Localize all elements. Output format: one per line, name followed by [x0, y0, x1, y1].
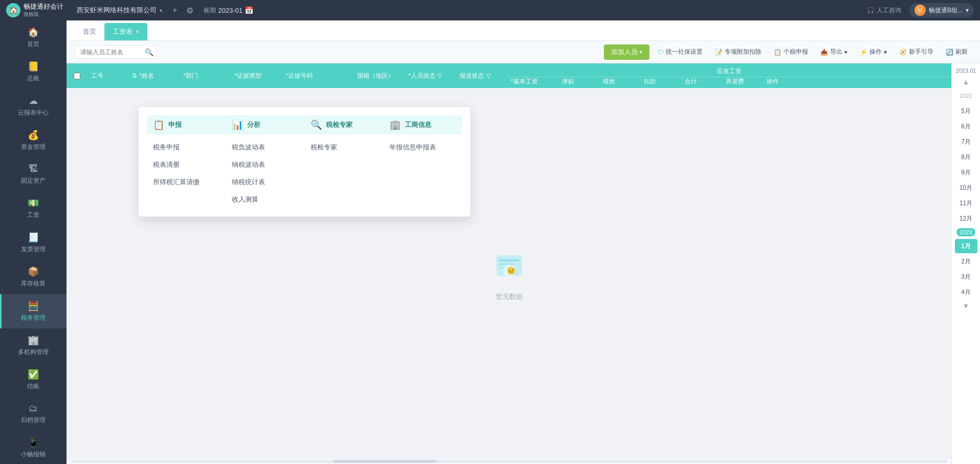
cal-month-8[interactable]: 8月	[955, 150, 977, 164]
sidebar-item-settle[interactable]: ✅ 结账	[0, 363, 67, 397]
search-wrap: 🔍	[75, 46, 157, 59]
company-selector[interactable]: 西安虾米网络科技有限公司 ▾	[77, 6, 162, 15]
cloud-icon: ☁	[29, 95, 38, 106]
archive-icon: 🗂	[29, 403, 38, 414]
settle-icon: ✅	[28, 369, 39, 380]
social-insurance-button[interactable]: 🛡 统一社保设置	[654, 46, 707, 58]
tab-salary[interactable]: 工资表 ×	[104, 23, 147, 40]
user-badge[interactable]: U 畅捷通B组... ▾	[909, 3, 974, 17]
th-yanglao: 养老费	[722, 77, 763, 86]
cal-month-1-active[interactable]: 1月	[955, 239, 977, 253]
filter-icon[interactable]: ▽	[438, 72, 442, 79]
personal-tax-button[interactable]: 📋 个税申报	[770, 46, 812, 58]
sidebar-item-cloud-report[interactable]: ☁ 云报表中心	[0, 89, 67, 123]
dropdown-col-gongshang: 🏢 工商信息 年报信息申报表	[383, 115, 462, 208]
multi-org-icon: 🏢	[28, 335, 39, 346]
dropdown-item-annual-report[interactable]: 年报信息申报表	[383, 139, 462, 156]
select-all-cell	[67, 73, 87, 79]
ledger-icon: 📒	[28, 61, 39, 72]
top-bar: 🏠 畅捷通好会计 旗舰版 西安虾米网络科技有限公司 ▾ + ⚙ 账期 2023-…	[0, 0, 980, 20]
tab-home[interactable]: 首页	[75, 23, 104, 40]
dropdown-item-tax-table-register[interactable]: 税表清册	[147, 156, 226, 173]
cal-month-12[interactable]: 12月	[955, 211, 977, 226]
tab-close-icon[interactable]: ×	[136, 28, 139, 35]
dropdown-item-tax-stats[interactable]: 纳税统计表	[226, 173, 304, 191]
content-area: 工号 ⇅ *姓名 *部门 *证据类型 *证据号码	[67, 63, 980, 464]
sidebar-item-fixed-asset[interactable]: 🏗 固定资产	[0, 158, 67, 191]
topbar-right: 🎧 人工咨询 U 畅捷通B组... ▾	[867, 3, 974, 17]
sidebar-item-fund[interactable]: 💰 资金管理	[0, 123, 67, 158]
th-report: 报送状态 ▽	[455, 72, 507, 80]
dropdown-item-income-tax-settlement[interactable]: 所得税汇算清缴	[147, 173, 226, 191]
calendar-icon[interactable]: 📅	[245, 6, 253, 14]
cal-month-7[interactable]: 7月	[955, 135, 977, 149]
shenbao-icon: 📋	[153, 119, 164, 130]
deduction-icon: 📝	[715, 49, 723, 56]
cal-month-2[interactable]: 2月	[955, 254, 977, 269]
sidebar-item-home[interactable]: 🏠 首页	[0, 20, 67, 55]
help-button[interactable]: 🎧 人工咨询	[867, 6, 901, 15]
tax-report-icon: 📋	[774, 49, 781, 56]
th-heji: 合计	[681, 77, 722, 86]
sidebar-item-salary[interactable]: 💵 工资	[0, 191, 67, 226]
cal-month-6[interactable]: 6月	[955, 119, 977, 134]
fund-icon: 💰	[28, 129, 39, 141]
inventory-icon: 📦	[28, 266, 39, 277]
svg-rect-2	[499, 263, 514, 265]
export-button[interactable]: 📤 导出 ▾	[816, 46, 852, 58]
add-icon[interactable]: +	[170, 5, 179, 16]
th-ops: 操作	[763, 77, 803, 86]
th-dept: *部门	[179, 72, 230, 80]
chevron-down-icon: ▾	[844, 49, 847, 56]
th-jichu: *基本工资	[507, 77, 558, 86]
salary-icon: 💵	[28, 197, 39, 209]
operations-button[interactable]: ⚡ 操作 ▾	[856, 46, 891, 58]
sidebar-item-mini-report[interactable]: 📱 小畅报销	[0, 431, 67, 464]
add-employee-button[interactable]: 添加人员 ▾	[604, 45, 649, 60]
new-guide-button[interactable]: 🧭 新手引导	[895, 46, 938, 58]
sidebar-item-archive[interactable]: 🗂 归档管理	[0, 397, 67, 431]
cal-month-5[interactable]: 5月	[955, 104, 977, 118]
search-input[interactable]	[80, 49, 142, 56]
scrollbar-thumb[interactable]	[334, 460, 436, 463]
cal-month-4[interactable]: 4月	[955, 285, 977, 299]
dropdown-item-tax-report[interactable]: 税务申报	[147, 139, 226, 156]
tax-icon: 🧮	[28, 300, 39, 312]
bottom-scrollbar	[67, 458, 951, 464]
svg-text:😐: 😐	[507, 267, 516, 275]
special-deduction-button[interactable]: 📝 专项附加扣除	[711, 46, 766, 58]
dropdown-item-tax-burden-wave[interactable]: 税负波动表	[226, 139, 304, 156]
sidebar-item-multi-org[interactable]: 🏢 多机构管理	[0, 328, 67, 363]
guide-icon: 🧭	[899, 49, 907, 56]
refresh-button[interactable]: 🔄 刷新	[942, 46, 972, 58]
th-idno: *证据号码	[281, 72, 353, 80]
sidebar-item-inventory[interactable]: 📦 库存核算	[0, 260, 67, 294]
dropdown-item-income-calc[interactable]: 收入测算	[226, 191, 304, 208]
dropdown-item-shuijian-expert[interactable]: 税检专家	[304, 139, 383, 156]
cal-month-9[interactable]: 9月	[955, 165, 977, 180]
cal-month-11[interactable]: 11月	[955, 196, 977, 210]
th-name[interactable]: ⇅ *姓名	[128, 72, 179, 80]
filter-icon[interactable]: ▽	[486, 72, 491, 79]
sidebar-item-zhangzhang[interactable]: 📒 总账	[0, 55, 67, 89]
th-idtype: *证据类型	[230, 72, 281, 80]
chevron-down-icon: ▾	[640, 49, 642, 55]
dropdown-header-gongshang: 🏢 工商信息	[383, 115, 462, 135]
asset-icon: 🏗	[29, 164, 38, 174]
dropdown-cols: 📋 申报 税务申报 税表清册 所得税汇算清缴 📊 分析 税负波动表	[147, 115, 462, 208]
th-status: *人员状态 ▽	[404, 72, 455, 80]
calendar-nav-up[interactable]: ▲	[960, 76, 972, 88]
settings-icon[interactable]: ⚙	[184, 5, 195, 16]
sidebar-item-tax[interactable]: 🧮 税务管理	[0, 294, 67, 328]
cal-month-10[interactable]: 10月	[955, 181, 977, 195]
topbar-actions: + ⚙	[170, 5, 195, 16]
invoice-icon: 🧾	[28, 232, 39, 243]
cal-month-3[interactable]: 3月	[955, 270, 977, 284]
th-gonghe: 工号	[87, 72, 128, 80]
dropdown-item-tax-wave[interactable]: 纳税波动表	[226, 156, 304, 173]
dropdown-header-fenxi: 📊 分析	[226, 115, 304, 135]
select-all-checkbox[interactable]	[74, 73, 80, 79]
table-header: 工号 ⇅ *姓名 *部门 *证据类型 *证据号码	[67, 63, 951, 88]
calendar-nav-down[interactable]: ▼	[960, 300, 972, 312]
sidebar-item-invoice[interactable]: 🧾 发票管理	[0, 226, 67, 260]
